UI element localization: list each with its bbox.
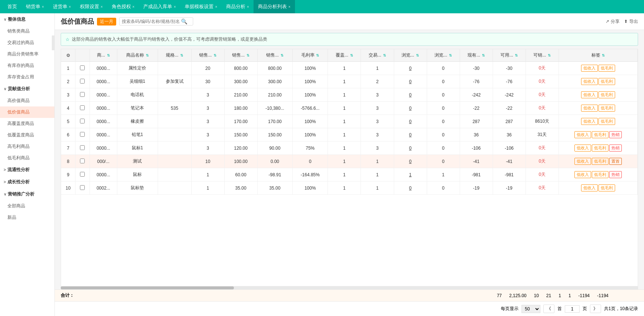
col-header-coverage[interactable]: 覆盖... ⇅ — [328, 49, 361, 62]
row-checkbox-input[interactable] — [80, 105, 85, 110]
row-spec — [158, 181, 191, 195]
col-header-current[interactable]: 现有... ⇅ — [460, 49, 493, 62]
row-checkbox[interactable] — [76, 128, 90, 142]
per-page-select[interactable]: 50 20 100 — [521, 305, 540, 313]
nav-item-商品分析[interactable]: 商品分析 × — [222, 0, 254, 13]
row-checkbox[interactable] — [76, 75, 90, 88]
sidebar-item-低覆盖度商品[interactable]: 低覆盖度商品 — [0, 129, 54, 141]
page-input[interactable] — [565, 305, 580, 313]
sidebar-item-商品分类销售率[interactable]: 商品分类销售率 — [0, 48, 54, 60]
row-view1[interactable]: 0 — [394, 115, 427, 128]
horizontal-scrollbar[interactable] — [61, 286, 638, 289]
nav-close-icon[interactable]: × — [174, 5, 176, 9]
row-checkbox-input[interactable] — [80, 185, 85, 190]
sidebar-arrow-icon: ∨ — [4, 87, 6, 91]
footer-values: 772,125.00102111-1194-1194 — [81, 293, 638, 298]
col-header-saleable[interactable]: 可销... ⇅ — [526, 49, 559, 62]
sidebar-item-交易过的商品[interactable]: 交易过的商品 — [0, 37, 54, 48]
row-view2: 0 — [427, 88, 460, 102]
row-view1[interactable]: 0 — [394, 181, 427, 195]
sidebar-item-销售类商品[interactable]: 销售类商品 — [0, 26, 54, 37]
nav-close-icon[interactable]: × — [133, 5, 135, 9]
row-checkbox[interactable] — [76, 142, 90, 155]
sidebar-item-高覆盖度商品[interactable]: 高覆盖度商品 — [0, 118, 54, 129]
col-header-view1[interactable]: 浏览... ⇅ — [394, 49, 427, 62]
row-checkbox-input[interactable] — [80, 92, 85, 97]
first-page-button[interactable]: 《 — [543, 305, 554, 313]
row-view1[interactable]: 0 — [394, 75, 427, 88]
col-header-sale_qty[interactable]: 销售... ⇅ — [191, 49, 224, 62]
row-checkbox-input[interactable] — [80, 159, 85, 163]
row-checkbox-input[interactable] — [80, 79, 85, 84]
share-button[interactable]: ↗ 分享 — [606, 18, 620, 25]
sidebar-item-库存资金占用[interactable]: 库存资金占用 — [0, 71, 54, 83]
col-header-view2[interactable]: 浏览... ⇅ — [427, 49, 460, 62]
col-header-trade[interactable]: 交易... ⇅ — [361, 49, 394, 62]
col-header-sale_price[interactable]: 销售... ⇅ — [224, 49, 257, 62]
col-header-available[interactable]: 可用... ⇅ — [493, 49, 526, 62]
sidebar-item-新品[interactable]: 新品 — [0, 212, 54, 223]
row-view1[interactable]: 0 — [394, 128, 427, 142]
next-page-button[interactable]: 》 — [590, 305, 601, 313]
search-input[interactable] — [122, 19, 181, 24]
sidebar-section-贡献值分析[interactable]: ∨贡献值分析 — [0, 83, 54, 95]
sidebar-section-流通性分析[interactable]: >流通性分析 — [0, 164, 54, 176]
nav-close-icon[interactable]: × — [42, 5, 44, 9]
col-header-sale_cost[interactable]: 销售... ⇅ — [257, 49, 292, 62]
row-checkbox-input[interactable] — [80, 145, 85, 150]
col-header-margin[interactable]: 毛利率 ⇅ — [292, 49, 328, 62]
nav-item-单据模板设置[interactable]: 单据模板设置 × — [180, 0, 222, 13]
sidebar-item-有库存的商品[interactable]: 有库存的商品 — [0, 60, 54, 71]
row-checkbox[interactable] — [76, 102, 90, 115]
row-view1[interactable]: 0 — [394, 155, 427, 168]
sidebar-item-高价值商品[interactable]: 高价值商品 — [0, 95, 54, 106]
nav-item-进货单[interactable]: 进货单 × — [48, 0, 76, 13]
nav-close-icon[interactable]: × — [288, 5, 291, 9]
row-checkbox-input[interactable] — [80, 65, 85, 70]
sidebar-section-成长性分析[interactable]: >成长性分析 — [0, 176, 54, 188]
nav-close-icon[interactable]: × — [69, 5, 71, 9]
nav-item-首页[interactable]: 首页 — [3, 0, 21, 13]
nav-item-商品分析列表[interactable]: 商品分析列表 × — [254, 0, 295, 13]
row-checkbox-input[interactable] — [80, 172, 85, 177]
row-days: 0天 — [526, 62, 559, 75]
nav-close-icon[interactable]: × — [215, 5, 217, 9]
sidebar-item-高毛利商品[interactable]: 高毛利商品 — [0, 141, 54, 152]
row-current: 287 — [460, 115, 493, 128]
sidebar-section-营销推广分析[interactable]: ∨营销推广分析 — [0, 188, 54, 200]
search-icon[interactable]: 🔍 — [181, 18, 187, 24]
row-view1[interactable]: 0 — [394, 62, 427, 75]
col-header-spec[interactable]: 规格... ⇅ — [158, 49, 191, 62]
tag-低毛利: 低毛利 — [598, 184, 615, 191]
sidebar-item-全部商品[interactable]: 全部商品 — [0, 200, 54, 212]
col-header-tags[interactable]: 标签 ⇅ — [559, 49, 637, 62]
sidebar-item-低价值商品[interactable]: 低价值商品 — [0, 106, 54, 118]
nav-item-产成品入库单[interactable]: 产成品入库单 × — [139, 0, 180, 13]
row-checkbox[interactable] — [76, 62, 90, 75]
row-checkbox[interactable] — [76, 115, 90, 128]
sidebar-section-整体信息[interactable]: ∨整体信息 — [0, 13, 54, 26]
sidebar-collapse-button[interactable]: 《 — [52, 35, 55, 50]
period-button[interactable]: 近一月 — [97, 18, 116, 26]
row-view1[interactable]: 0 — [394, 88, 427, 102]
nav-close-icon[interactable]: × — [247, 5, 249, 9]
row-checkbox-input[interactable] — [80, 119, 85, 123]
row-checkbox-input[interactable] — [80, 132, 85, 137]
row-checkbox[interactable] — [76, 155, 90, 168]
nav-item-销货单[interactable]: 销货单 × — [21, 0, 48, 13]
nav-item-角色授权[interactable]: 角色授权 × — [107, 0, 139, 13]
row-tags: 低收入低毛利热销 — [559, 128, 637, 142]
row-checkbox[interactable] — [76, 168, 90, 181]
row-view1[interactable]: 0 — [394, 102, 427, 115]
export-button[interactable]: ⬆ 导出 — [624, 18, 638, 25]
row-checkbox[interactable] — [76, 88, 90, 102]
nav-item-权限设置[interactable]: 权限设置 × — [76, 0, 107, 13]
row-sale-cost: 90.00 — [257, 142, 292, 155]
col-header-name[interactable]: 商品名称 ⇅ — [117, 49, 158, 62]
row-view1[interactable]: 0 — [394, 142, 427, 155]
row-checkbox[interactable] — [76, 181, 90, 195]
col-header-code[interactable]: 商... ⇅ — [90, 49, 117, 62]
row-view1[interactable]: 1 — [394, 168, 427, 181]
sidebar-item-低毛利商品[interactable]: 低毛利商品 — [0, 152, 54, 164]
nav-close-icon[interactable]: × — [101, 5, 103, 9]
